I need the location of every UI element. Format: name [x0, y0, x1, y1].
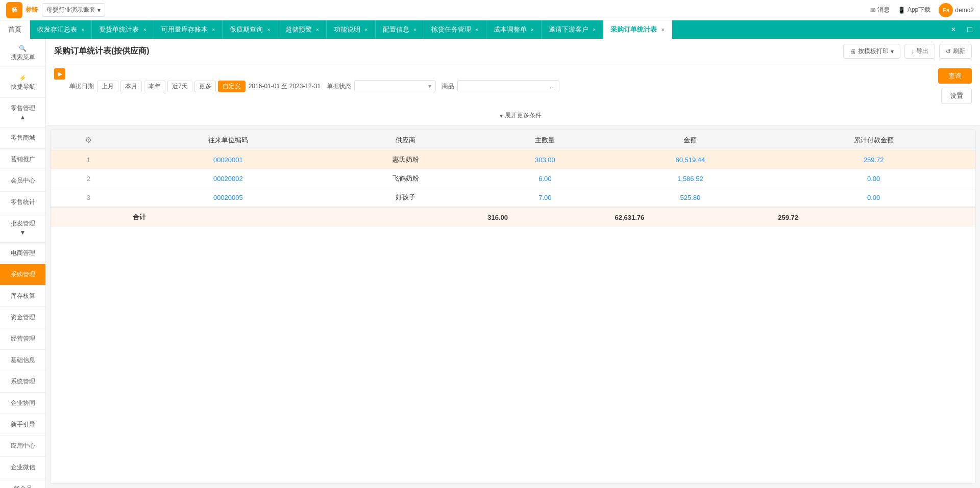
date-filter-item: 单据日期 上月 本月 本年 近7天 更多 自定义 2016-01-01 至 20… [69, 81, 321, 92]
sidebar-item-enterprise-wechat[interactable]: 企业微信 [0, 457, 45, 478]
close-all-tabs-btn[interactable]: × [947, 23, 960, 36]
template-print-btn[interactable]: 🖨 按模板打印 ▾ [843, 44, 900, 59]
export-btn[interactable]: ↓ 导出 [904, 44, 935, 59]
close-tab-cost-adjust[interactable]: × [531, 27, 534, 33]
sidebar-item-ops-manage[interactable]: 经营管理 [0, 328, 45, 350]
table-area: ⚙ 往来单位编码 供应商 主数量 金额 [50, 130, 976, 484]
close-tab-pick-task[interactable]: × [475, 27, 478, 33]
user-area[interactable]: Ea demo2 [939, 3, 974, 17]
message-icon: ✉ [870, 7, 875, 14]
tab-available-inventory[interactable]: 可用量库存账本 × [154, 20, 223, 39]
message-btn[interactable]: ✉ 消息 [870, 6, 890, 14]
restore-tabs-btn[interactable]: □ [964, 23, 976, 36]
col-amount: 金额 [608, 130, 772, 150]
row-supplier: 惠氏奶粉 [330, 150, 481, 169]
workspace-selector[interactable]: 母婴行业演示账套 ▾ [42, 3, 105, 17]
col-paid: 累计付款金额 [772, 130, 975, 150]
sidebar-item-member-center[interactable]: 会员中心 [0, 170, 45, 192]
date-range-display: 2016-01-01 至 2023-12-31 [249, 82, 321, 91]
tab-invite-downstream[interactable]: 邀请下游客户 × [542, 20, 603, 39]
sidebar-item-retail-manage[interactable]: 零售管理 ▲ [0, 98, 45, 127]
row-amount[interactable]: 1,586.52 [608, 169, 772, 188]
status-select[interactable]: ▾ [354, 80, 436, 92]
sidebar-item-retail-shop[interactable]: 零售商城 [0, 127, 45, 149]
goods-label: 商品 [442, 82, 454, 91]
tab-expiry-query[interactable]: 保质期查询 × [223, 20, 278, 39]
row-paid[interactable]: 259.72 [772, 150, 975, 169]
sidebar-item-system[interactable]: 系统管理 [0, 371, 45, 393]
expand-row: ▾ 展开更多条件 [69, 107, 972, 120]
row-qty[interactable]: 7.00 [481, 188, 608, 208]
row-paid[interactable]: 0.00 [772, 169, 975, 188]
tab-purchase-summary[interactable]: 采购订单统计表 × [603, 20, 672, 39]
date-btn-custom[interactable]: 自定义 [218, 81, 246, 92]
sidebar-item-marketing[interactable]: 营销推广 [0, 149, 45, 170]
app-icon: 📱 [898, 7, 905, 14]
row-amount[interactable]: 525.80 [608, 188, 772, 208]
close-tab-expiry-query[interactable]: × [267, 27, 270, 33]
sidebar-item-quick-nav[interactable]: ⚡ 快捷导航 [0, 68, 45, 98]
col-settings[interactable]: ⚙ [51, 130, 127, 150]
tab-config-info[interactable]: 配置信息 × [376, 20, 424, 39]
close-tab-overstock-warning[interactable]: × [316, 27, 319, 33]
sidebar-item-wholesale-manage[interactable]: 批发管理 ▼ [0, 213, 45, 243]
row-paid[interactable]: 0.00 [772, 188, 975, 208]
tab-cost-adjust[interactable]: 成本调整单 × [486, 20, 542, 39]
sidebar-item-enterprise-collab[interactable]: 企业协同 [0, 393, 45, 414]
filter-row: 单据日期 上月 本月 本年 近7天 更多 自定义 2016-01-01 至 20… [69, 68, 972, 104]
col-supplier: 供应商 [330, 130, 481, 150]
sidebar-item-new-guide[interactable]: 新手引导 [0, 414, 45, 435]
tab-home[interactable]: 首页 [0, 20, 30, 39]
close-tab-available-inventory[interactable]: × [212, 27, 215, 33]
sidebar-item-finance[interactable]: 资金管理 [0, 307, 45, 328]
close-tab-function-desc[interactable]: × [364, 27, 368, 33]
row-code[interactable]: 00020001 [127, 150, 330, 169]
sidebar-item-inventory-check[interactable]: 库存核算 [0, 286, 45, 307]
settings-btn[interactable]: 设置 [941, 88, 972, 104]
date-btn-last-month[interactable]: 上月 [97, 81, 118, 92]
content-area: 采购订单统计表(按供应商) 🖨 按模板打印 ▾ ↓ 导出 ↺ 刷新 [46, 39, 980, 488]
date-btn-7days[interactable]: 近7天 [167, 81, 192, 92]
row-code[interactable]: 00020005 [127, 188, 330, 208]
tab-function-desc[interactable]: 功能说明 × [327, 20, 375, 39]
date-btn-this-month[interactable]: 本月 [120, 81, 142, 92]
filter-collapse-btn[interactable]: ▶ [54, 68, 65, 80]
goods-input[interactable]: ... [457, 80, 559, 92]
tab-receive-summary[interactable]: 收发存汇总表 × [30, 20, 92, 39]
row-code[interactable]: 00020002 [127, 169, 330, 188]
expand-filter-btn[interactable]: ▾ 展开更多条件 [500, 111, 542, 120]
sidebar-item-app-center[interactable]: 应用中心 [0, 435, 45, 457]
table-footer-row: 合计 316.00 62,631.76 259.72 [51, 207, 975, 227]
status-filter-item: 单据状态 ▾ [327, 80, 436, 92]
sidebar-item-purchase-manage[interactable]: 采购管理 [0, 264, 45, 286]
date-btn-more[interactable]: 更多 [194, 81, 216, 92]
row-amount[interactable]: 60,519.44 [608, 150, 772, 169]
quick-nav-icon: ⚡ [19, 74, 27, 82]
close-tab-goods-summary[interactable]: × [143, 27, 146, 33]
row-supplier: 好孩子 [330, 188, 481, 208]
row-qty[interactable]: 303.00 [481, 150, 608, 169]
close-tab-receive-summary[interactable]: × [81, 27, 84, 33]
export-icon: ↓ [911, 48, 914, 55]
close-tab-invite-downstream[interactable]: × [593, 27, 596, 33]
refresh-btn[interactable]: ↺ 刷新 [939, 44, 972, 59]
tab-goods-summary[interactable]: 要货单统计表 × [92, 20, 154, 39]
date-label: 单据日期 [69, 82, 94, 91]
sidebar-item-vip[interactable]: 畅会员 [0, 478, 45, 488]
col-qty: 主数量 [481, 130, 608, 150]
sidebar-item-retail-stats[interactable]: 零售统计 [0, 192, 45, 213]
row-index: 1 [51, 150, 127, 169]
date-btn-this-year[interactable]: 本年 [144, 81, 165, 92]
settings-col-icon[interactable]: ⚙ [85, 136, 92, 144]
app-download-btn[interactable]: 📱 App下载 [898, 6, 930, 14]
tab-overstock-warning[interactable]: 超储预警 × [278, 20, 327, 39]
tab-pick-task[interactable]: 拣货任务管理 × [424, 20, 486, 39]
query-btn[interactable]: 查询 [938, 68, 972, 84]
footer-amount: 62,631.76 [608, 207, 772, 227]
close-tab-purchase-summary[interactable]: × [661, 27, 664, 33]
close-tab-config-info[interactable]: × [413, 27, 416, 33]
sidebar-item-basic-info[interactable]: 基础信息 [0, 350, 45, 371]
row-qty[interactable]: 6.00 [481, 169, 608, 188]
sidebar-item-ecommerce[interactable]: 电商管理 [0, 243, 45, 264]
sidebar-item-search[interactable]: 🔍 搜索菜单 [0, 39, 45, 68]
